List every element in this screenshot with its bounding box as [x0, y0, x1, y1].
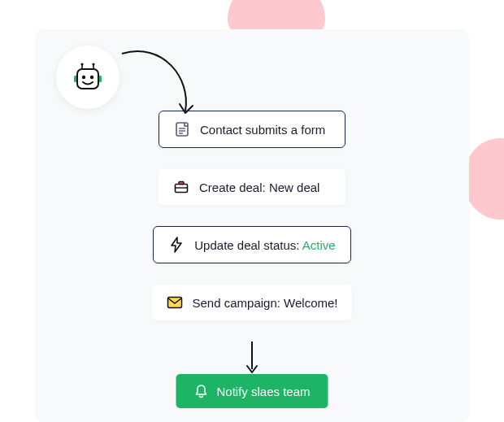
svg-rect-16	[167, 298, 181, 308]
step-label: Create deal: New deal	[199, 181, 319, 194]
briefcase-icon	[173, 179, 189, 195]
workflow-steps: Contact submits a form Create deal: New …	[35, 111, 469, 320]
step-update-status-card[interactable]: Update deal status: Active	[153, 226, 350, 263]
form-icon	[174, 121, 190, 137]
bell-icon	[193, 384, 208, 398]
bolt-icon	[168, 237, 185, 253]
step-label: Update deal status: Active	[194, 238, 335, 252]
svg-point-8	[90, 76, 93, 79]
robot-icon	[72, 61, 104, 94]
robot-avatar	[56, 46, 119, 109]
step-create-deal-card[interactable]: Create deal: New deal	[159, 169, 345, 205]
down-arrow-icon	[246, 342, 258, 374]
curved-arrow-icon	[118, 46, 207, 123]
status-value: Active	[302, 238, 336, 252]
step-send-campaign-card[interactable]: Send campaign: Welcome!	[152, 285, 353, 320]
mail-icon	[167, 294, 183, 311]
svg-rect-6	[77, 69, 98, 89]
decorative-blob-right	[463, 138, 504, 220]
step-label-prefix: Update deal status:	[194, 238, 302, 252]
cta-label: Notify slaes team	[216, 385, 310, 398]
svg-rect-14	[179, 182, 184, 185]
svg-point-7	[82, 76, 85, 79]
step-label: Send campaign: Welcome!	[193, 296, 338, 310]
step-label: Contact submits a form	[200, 123, 325, 137]
notify-sales-team-button[interactable]: Notify slaes team	[176, 374, 328, 408]
workflow-panel: Contact submits a form Create deal: New …	[35, 29, 469, 422]
